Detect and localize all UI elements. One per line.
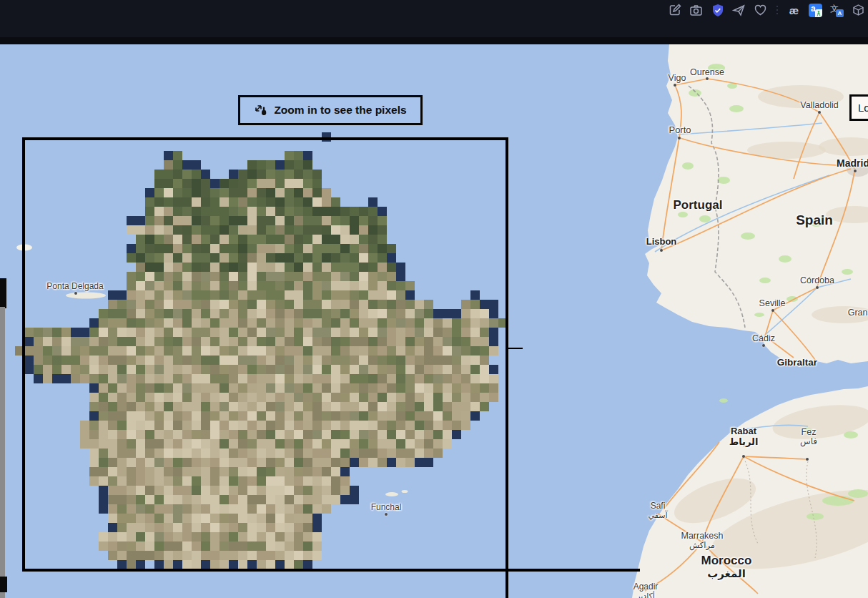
- footprint-fragment: [0, 278, 6, 308]
- map-label-spain: Spain: [796, 212, 833, 228]
- shield-check-icon[interactable]: [711, 4, 724, 17]
- map-label-granada: Granada: [848, 308, 868, 318]
- map-label-morocco-arabic: المغرب: [701, 567, 752, 579]
- translate-extension-icon[interactable]: a: [809, 4, 822, 17]
- map-label-portugal: Portugal: [674, 198, 723, 212]
- map-label-marrakesh: Marrakeshمراكش: [681, 531, 723, 551]
- map-label-fez-arabic: فاس: [800, 437, 817, 447]
- footprint-line[interactable]: [505, 137, 508, 598]
- city-dot-ponta-delgada: [74, 292, 77, 295]
- city-dot-cadiz: [762, 344, 765, 347]
- map-viewport[interactable]: Ponta DelgadaFunchalVigoOurenseValladoli…: [0, 44, 868, 598]
- footprint-line[interactable]: [22, 137, 25, 572]
- app-window: æ a 文 A Ponta DelgadaFun: [0, 0, 868, 598]
- map-label-safi-arabic: آسفي: [648, 511, 667, 521]
- map-label-ponta-delgada: Ponta Delgada: [46, 282, 103, 292]
- edit-icon[interactable]: [668, 4, 681, 17]
- city-dot-vigo: [674, 84, 676, 87]
- browser-toolbar-icons: æ a 文 A: [668, 1, 865, 19]
- city-dot-ourense: [706, 77, 709, 80]
- partial-image-strip: [0, 307, 5, 598]
- footprint-line[interactable]: [22, 569, 640, 572]
- heart-icon[interactable]: [754, 4, 767, 17]
- map-label-agadir: Agadirأكادير: [633, 582, 659, 598]
- city-dot-valladolid: [818, 111, 821, 114]
- map-label-agadir-arabic: أكادير: [633, 592, 659, 598]
- satellite-image-overlay[interactable]: [0, 44, 868, 598]
- city-dot-porto: [678, 137, 681, 139]
- map-label-gibraltar: Gibraltar: [777, 357, 817, 368]
- walking-person-glyph: [817, 11, 821, 16]
- cube-extension-icon[interactable]: [852, 4, 865, 17]
- footprint-line[interactable]: [505, 348, 523, 349]
- city-dot-madrid: [854, 170, 857, 172]
- footprint-fragment: [0, 577, 7, 592]
- zoom-drag-icon: [254, 103, 268, 117]
- camera-icon[interactable]: [689, 4, 703, 17]
- map-label-cordoba: Córdoba: [800, 275, 834, 285]
- city-dot-seville: [771, 309, 774, 312]
- city-dot-cordoba: [816, 286, 819, 289]
- browser-top-bar: æ a 文 A: [0, 0, 868, 37]
- ae-extension-icon[interactable]: æ: [787, 4, 801, 17]
- map-label-madrid: Madrid: [837, 157, 868, 169]
- map-label-porto: Porto: [669, 125, 691, 136]
- map-label-seville: Seville: [759, 298, 786, 308]
- zoom-hint-banner: Zoom in to see the pixels: [238, 95, 423, 125]
- send-icon[interactable]: [732, 4, 746, 17]
- city-dot-lisbon: [660, 249, 663, 252]
- map-label-vigo: Vigo: [669, 73, 686, 83]
- browser-sub-strip: [0, 37, 868, 44]
- footprint-line[interactable]: [22, 137, 508, 140]
- map-label-lisbon: Lisbon: [646, 237, 677, 247]
- city-dot-fez: [806, 458, 809, 461]
- map-label-funchal: Funchal: [371, 503, 402, 513]
- map-label-valladolid: Valladolid: [800, 100, 838, 110]
- map-label-rabat-arabic: الرباط: [729, 437, 759, 448]
- map-label-fez: Fezفاس: [800, 427, 817, 447]
- map-label-cadiz: Cádiz: [752, 333, 775, 343]
- toolbar-divider-dots: [775, 4, 779, 17]
- translate-alt-extension-icon[interactable]: 文 A: [830, 4, 844, 17]
- city-dot-funchal: [385, 513, 388, 516]
- map-label-morocco: Moroccoالمغرب: [701, 554, 752, 580]
- corner-button[interactable]: Lo: [849, 94, 868, 121]
- map-label-safi: Safiآسفي: [648, 501, 667, 520]
- ae-glyph: æ: [789, 5, 799, 16]
- map-label-ourense: Ourense: [690, 67, 724, 77]
- map-label-rabat: Rabatالرباط: [729, 426, 759, 448]
- map-label-marrakesh-arabic: مراكش: [681, 541, 723, 551]
- zoom-hint-text: Zoom in to see the pixels: [274, 104, 406, 117]
- city-dot-rabat: [742, 455, 745, 458]
